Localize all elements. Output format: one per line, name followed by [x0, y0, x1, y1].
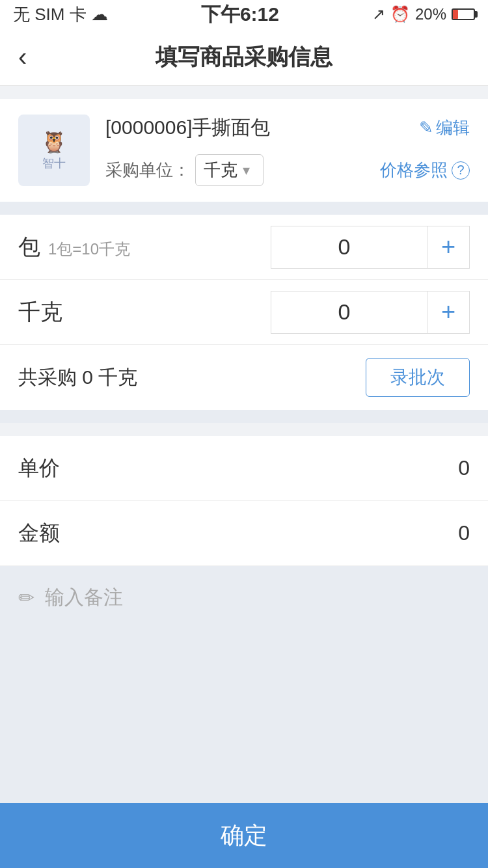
section-divider-2 — [0, 410, 488, 423]
kg-input-row: 千克 + — [0, 280, 488, 345]
pack-input[interactable] — [271, 226, 427, 269]
product-logo: 🦉 智十 — [41, 129, 67, 171]
back-button[interactable]: ‹ — [18, 42, 27, 72]
kg-input[interactable] — [271, 291, 427, 334]
amount-label: 金额 — [18, 519, 60, 548]
kg-input-group: + — [271, 291, 470, 334]
unit-value: 千克 — [204, 159, 237, 182]
pack-input-group: + — [271, 226, 470, 269]
status-time: 下午6:12 — [201, 1, 279, 28]
product-unit-row: 采购单位： 千克 ▾ 价格参照 ? — [105, 154, 470, 186]
kg-plus-button[interactable]: + — [427, 291, 470, 334]
amount-value: 0 — [458, 521, 470, 545]
kg-label: 千克 — [18, 297, 62, 327]
unit-price-label: 单价 — [18, 454, 60, 483]
unit-label: 采购单位： — [105, 159, 190, 182]
note-placeholder: 输入备注 — [45, 584, 123, 611]
edit-icon: ✎ — [419, 118, 433, 138]
edit-label: 编辑 — [436, 116, 470, 139]
section-divider-1 — [0, 202, 488, 215]
pack-sub-label: 1包=10千克 — [48, 239, 130, 260]
status-bar: 无 SIM 卡 ☁ 下午6:12 ↗ ⏰ 20% — [0, 0, 488, 29]
pencil-icon: ✏ — [18, 586, 34, 609]
price-reference-button[interactable]: 价格参照 ? — [380, 159, 470, 182]
amount-row: 金额 0 — [0, 501, 488, 566]
unit-dropdown-icon: ▾ — [243, 162, 250, 179]
pack-input-row: 包 1包=10千克 + — [0, 215, 488, 280]
unit-select[interactable]: 千克 ▾ — [195, 154, 264, 186]
confirm-button[interactable]: 确定 — [0, 803, 488, 868]
unit-price-row: 单价 0 — [0, 436, 488, 501]
pack-plus-button[interactable]: + — [427, 226, 470, 269]
product-card: 🦉 智十 [0000006]手撕面包 ✎ 编辑 采购单位： 千克 ▾ — [0, 99, 488, 202]
status-left: 无 SIM 卡 ☁ — [13, 3, 108, 26]
product-name-row: [0000006]手撕面包 ✎ 编辑 — [105, 115, 470, 141]
product-name: [0000006]手撕面包 — [105, 115, 270, 141]
location-icon: ↗ — [372, 5, 385, 23]
signal-text: 无 SIM 卡 ☁ — [13, 3, 108, 26]
pack-label-group: 包 1包=10千克 — [18, 232, 130, 262]
unit-price-value: 0 — [458, 456, 470, 480]
summary-row: 共采购 0 千克 录批次 — [0, 345, 488, 410]
price-ref-label: 价格参照 — [380, 159, 448, 182]
input-section: 包 1包=10千克 + 千克 + 共采购 0 千克 录批次 — [0, 215, 488, 410]
note-input-area[interactable]: ✏ 输入备注 — [18, 584, 470, 611]
price-section: 单价 0 金额 0 — [0, 436, 488, 566]
page-title: 填写商品采购信息 — [156, 42, 332, 72]
batch-record-button[interactable]: 录批次 — [366, 358, 470, 397]
battery-text: 20% — [415, 5, 446, 23]
edit-button[interactable]: ✎ 编辑 — [419, 116, 470, 139]
battery-icon — [452, 8, 475, 20]
status-right: ↗ ⏰ 20% — [372, 5, 475, 23]
alarm-icon: ⏰ — [390, 5, 410, 23]
price-ref-help-icon: ? — [452, 161, 470, 180]
nav-bar: ‹ 填写商品采购信息 — [0, 29, 488, 86]
note-section: ✏ 输入备注 — [0, 566, 488, 644]
product-thumbnail: 🦉 智十 — [18, 115, 90, 186]
product-info: [0000006]手撕面包 ✎ 编辑 采购单位： 千克 ▾ 价格参照 ? — [105, 115, 470, 186]
pack-label: 包 — [18, 232, 40, 262]
summary-text: 共采购 0 千克 — [18, 364, 137, 391]
